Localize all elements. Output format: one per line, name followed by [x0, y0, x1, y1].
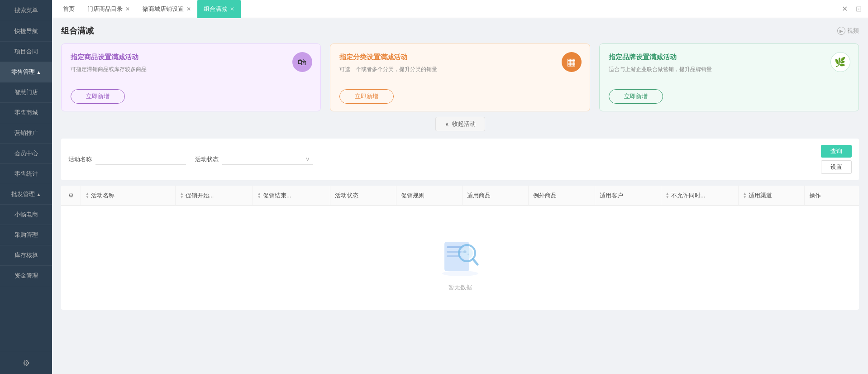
sidebar-item-contracts[interactable]: 项目合同	[0, 42, 52, 62]
svg-line-7	[473, 259, 477, 264]
tab-combo-discount[interactable]: 组合满减 ✕	[197, 0, 241, 18]
sidebar-item-wholesale[interactable]: 批发管理 ▲	[0, 184, 52, 205]
card-category-add-button[interactable]: 立即新增	[339, 89, 394, 104]
sidebar-item-retail-stats[interactable]: 零售统计	[0, 164, 52, 184]
card-brand-title: 指定品牌设置满减活动	[609, 53, 849, 62]
sort-arrows-icon: ▲▼	[743, 192, 747, 199]
th-goods: 适用商品	[463, 186, 529, 205]
sidebar-item-label: 库存核算	[14, 251, 38, 259]
card-brand: 🌿 指定品牌设置满减活动 适合与上游企业联合做营销，提升品牌销量 立即新增	[599, 43, 859, 111]
sidebar-item-label: 营销推广	[14, 129, 38, 137]
sidebar-item-purchase[interactable]: 采购管理	[0, 225, 52, 245]
close-window-button[interactable]: ✕	[840, 4, 849, 14]
card-product-add-button[interactable]: 立即新增	[71, 89, 125, 104]
sidebar-search[interactable]: 搜索菜单	[0, 0, 52, 21]
sidebar-item-label: 智慧门店	[14, 88, 38, 96]
sidebar-item-inventory[interactable]: 库存核算	[0, 245, 52, 266]
sidebar-settings[interactable]: ⚙	[0, 352, 52, 374]
th-status: 活动状态	[330, 186, 396, 205]
empty-illustration	[433, 233, 487, 278]
th-label: 适用客户	[600, 192, 623, 200]
card-product: 🛍 指定商品设置满减活动 可指定滞销商品或库存较多商品 立即新增	[61, 43, 321, 111]
collapse-button[interactable]: ∧ 收起活动	[435, 117, 485, 131]
page-title: 组合满减	[61, 25, 94, 36]
card-product-title: 指定商品设置满减活动	[71, 53, 311, 62]
activity-table: ⚙ ▲▼ 活动名称 ▲▼ 促销开始... ▲▼ 促销结束... 活动状态	[61, 186, 859, 310]
th-gear[interactable]: ⚙	[61, 186, 81, 205]
empty-text: 暂无数据	[448, 283, 472, 292]
tab-label: 门店商品目录	[87, 0, 123, 18]
sidebar-item-members[interactable]: 会员中心	[0, 144, 52, 164]
tab-product-catalog[interactable]: 门店商品目录 ✕	[81, 0, 136, 18]
setting-button[interactable]: 设置	[821, 160, 852, 174]
sort-arrows-icon: ▲▼	[258, 192, 261, 199]
table-header: ⚙ ▲▼ 活动名称 ▲▼ 促销开始... ▲▼ 促销结束... 活动状态	[61, 186, 859, 206]
empty-state: 暂无数据	[61, 206, 859, 310]
sidebar-item-label: 批发管理	[11, 190, 35, 198]
expand-arrow-icon: ▲	[37, 70, 41, 75]
sidebar-item-shortcuts[interactable]: 快捷导航	[0, 21, 52, 42]
sidebar-item-ecommerce[interactable]: 小畅电商	[0, 205, 52, 225]
activity-status-select[interactable]: ∨	[222, 154, 313, 165]
th-channel[interactable]: ▲▼ 适用渠道	[739, 186, 805, 205]
window-controls: ✕ ⊡	[840, 4, 863, 14]
tab-label: 组合满减	[204, 0, 227, 18]
close-icon[interactable]: ✕	[125, 0, 130, 18]
activity-status-label: 活动状态	[195, 155, 219, 163]
th-activity-name[interactable]: ▲▼ 活动名称	[81, 186, 176, 205]
svg-point-6	[461, 247, 473, 259]
card-category: ▦ 指定分类设置满减活动 可选一个或者多个分类，提升分类的销量 立即新增	[330, 43, 590, 111]
sidebar-item-label: 会员中心	[14, 149, 38, 158]
close-icon[interactable]: ✕	[186, 0, 191, 18]
tab-wechat-store[interactable]: 微商城店铺设置 ✕	[136, 0, 197, 18]
sort-arrows-icon: ▲▼	[180, 192, 184, 199]
activity-status-field: 活动状态 ∨	[195, 154, 313, 165]
sidebar-item-label: 采购管理	[14, 231, 38, 239]
card-brand-icon: 🌿	[830, 52, 850, 72]
th-op: 操作	[805, 186, 859, 205]
search-buttons: 查询 设置	[821, 145, 852, 174]
th-notallow[interactable]: ▲▼ 不允许同时...	[661, 186, 739, 205]
activity-name-input[interactable]	[95, 154, 186, 165]
chevron-down-icon: ∨	[305, 156, 310, 163]
svg-point-0	[442, 271, 478, 276]
minimize-window-button[interactable]: ⊡	[854, 4, 863, 14]
sidebar-item-label: 小畅电商	[14, 211, 38, 219]
card-product-icon: 🛍	[292, 52, 312, 72]
sidebar-item-label: 快捷导航	[14, 27, 38, 35]
tab-label: 首页	[63, 0, 75, 18]
close-icon[interactable]: ✕	[230, 0, 234, 18]
th-label: 适用商品	[467, 192, 491, 200]
activity-cards: 🛍 指定商品设置满减活动 可指定滞销商品或库存较多商品 立即新增 ▦ 指定分类设…	[61, 43, 859, 111]
sidebar: 搜索菜单 快捷导航 项目合同 零售管理 ▲ 智慧门店 零售商城 营销推广 会员中…	[0, 0, 52, 374]
sidebar-item-marketing[interactable]: 营销推广	[0, 123, 52, 144]
th-end[interactable]: ▲▼ 促销结束...	[253, 186, 330, 205]
video-link[interactable]: ▶ 视频	[837, 27, 859, 35]
th-label: 促销规则	[401, 192, 424, 200]
sidebar-item-label: 零售统计	[14, 170, 38, 178]
gear-icon: ⚙	[68, 192, 74, 199]
main-area: 首页 门店商品目录 ✕ 微商城店铺设置 ✕ 组合满减 ✕ ✕ ⊡ 组合满减 ▶ …	[52, 0, 868, 374]
collapse-label: 收起活动	[452, 120, 476, 128]
query-button[interactable]: 查询	[821, 145, 852, 158]
sidebar-item-label: 资金管理	[14, 272, 38, 280]
sidebar-item-label: 项目合同	[14, 48, 38, 56]
card-category-desc: 可选一个或者多个分类，提升分类的销量	[339, 65, 580, 82]
sort-arrows-icon: ▲▼	[86, 192, 89, 199]
collapse-bar: ∧ 收起活动	[61, 117, 859, 131]
card-category-icon: ▦	[562, 52, 582, 72]
search-bar: 活动名称 活动状态 ∨ 查询 设置	[61, 139, 859, 180]
card-brand-add-button[interactable]: 立即新增	[609, 89, 663, 104]
sidebar-item-retail[interactable]: 零售管理 ▲	[0, 62, 52, 82]
th-label: 促销结束...	[263, 192, 291, 200]
card-brand-desc: 适合与上游企业联合做营销，提升品牌销量	[609, 65, 849, 82]
sidebar-item-retail-mall[interactable]: 零售商城	[0, 103, 52, 123]
card-category-title: 指定分类设置满减活动	[339, 53, 580, 62]
sidebar-item-label: 零售管理	[11, 68, 35, 76]
page-content: 组合满减 ▶ 视频 🛍 指定商品设置满减活动 可指定滞销商品或库存较多商品 立即…	[52, 18, 868, 374]
th-start[interactable]: ▲▼ 促销开始...	[176, 186, 253, 205]
sidebar-item-finance[interactable]: 资金管理	[0, 266, 52, 286]
sidebar-item-smart-store[interactable]: 智慧门店	[0, 82, 52, 103]
tab-home[interactable]: 首页	[57, 0, 81, 18]
activity-name-label: 活动名称	[68, 155, 92, 163]
